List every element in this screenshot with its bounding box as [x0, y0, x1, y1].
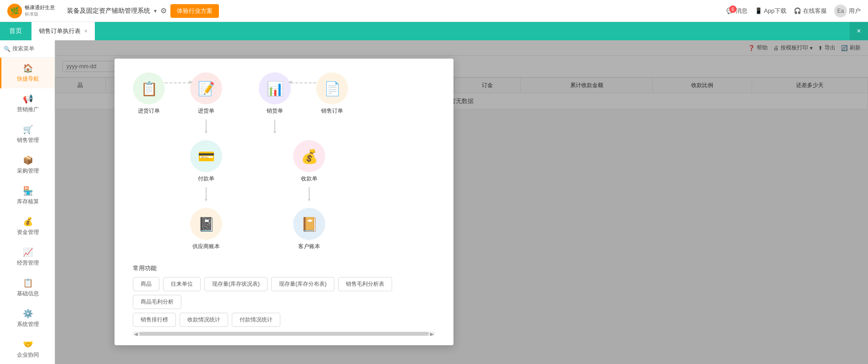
sidebar-item-basic[interactable]: 📋 基础信息 — [0, 272, 55, 303]
common-functions-title: 常用功能 — [133, 264, 435, 272]
sidebar-item-label: 销售管理 — [17, 136, 39, 144]
service-label: 在线客服 — [803, 7, 827, 15]
system-dropdown-btn[interactable]: ▾ — [154, 8, 157, 14]
sidebar-item-label: 采购管理 — [17, 167, 39, 175]
sidebar-item-label: 快捷导航 — [17, 75, 39, 83]
flow-node-purchase-slip[interactable]: 📝 进货单 ▼ — [190, 72, 222, 131]
scroll-right-arrow[interactable]: ▶ — [429, 331, 435, 337]
purchase-slip-icon: 📝 — [198, 81, 215, 97]
sidebar-item-label: 基础信息 — [17, 290, 39, 298]
sidebar-item-label: 经营管理 — [17, 259, 39, 267]
sidebar-item-sales[interactable]: 🛒 销售管理 — [0, 119, 55, 150]
purchase-slip-label: 进货单 — [198, 107, 214, 115]
sidebar-search-label: 搜索菜单 — [12, 45, 34, 53]
flow-node-payment[interactable]: 💳 付款单 ▼ — [190, 140, 222, 199]
sidebar-item-finance[interactable]: 💰 资金管理 — [0, 211, 55, 242]
flow-node-supplier-ledger[interactable]: 📓 供应商账本 — [190, 208, 222, 250]
app-download-btn[interactable]: 📱 App下载 — [755, 7, 786, 15]
supplier-ledger-icon: 📓 — [198, 216, 215, 232]
common-func-row-1: 商品 往来单位 现存量(库存状况表) 现存量(库存分布表) 销售毛利分析表 商品… — [133, 277, 435, 309]
scroll-thumb[interactable] — [139, 332, 429, 336]
tab-close-all-btn[interactable]: × — [850, 22, 868, 40]
arrow-v2: ▼ — [274, 120, 275, 131]
sidebar-item-inventory[interactable]: 🏪 库存核算 — [0, 180, 55, 211]
func-btn-goods[interactable]: 商品 — [133, 277, 159, 291]
finance-icon: 💰 — [23, 217, 33, 227]
payment-icon: 💳 — [198, 148, 215, 164]
popup-scrollbar[interactable]: ◀ ▶ — [133, 331, 435, 336]
sidebar-item-label: 营销推广 — [17, 106, 39, 114]
flow-node-customer-ledger[interactable]: 📔 客户账本 — [293, 208, 325, 250]
sale-order-icon-circle: 📄 — [316, 72, 348, 104]
purchase-icon: 📦 — [23, 155, 33, 165]
func-btn-payment-stats[interactable]: 付款情况统计 — [232, 313, 280, 327]
arrow-h2: ◀ — [291, 82, 316, 83]
sidebar-item-label: 系统管理 — [17, 321, 39, 328]
flow-node-receipt[interactable]: 💰 收款单 ▼ — [293, 140, 325, 199]
scroll-left-arrow[interactable]: ◀ — [133, 331, 139, 337]
purchase-slip-icon-circle: 📝 — [190, 72, 222, 104]
flow-node-sale-order[interactable]: 📄 销售订单 — [316, 72, 348, 115]
sale-slip-icon: 📊 — [267, 81, 284, 97]
logo-icon: 🌿 — [7, 4, 22, 18]
tab-active-label: 销售订单执行表 — [39, 27, 81, 35]
user-label: 用户 — [849, 7, 861, 15]
logo-text: 畅康通好生意 — [25, 4, 55, 11]
arrow-h1: ▶ — [165, 82, 190, 83]
sidebar-item-quick-nav[interactable]: 🏠 快捷导航 — [0, 58, 55, 88]
app-label: App下载 — [764, 7, 786, 15]
func-btn-stock-status[interactable]: 现存量(库存状况表) — [204, 277, 267, 291]
settings-gear-btn[interactable]: ⚙ — [160, 6, 167, 15]
func-btn-receipt-stats[interactable]: 收款情况统计 — [180, 313, 228, 327]
sidebar-item-purchase[interactable]: 📦 采购管理 — [0, 150, 55, 180]
func-btn-sales-rank[interactable]: 销售排行榜 — [133, 313, 176, 327]
header-center: 装备及固定资产辅助管理系统 ▾ ⚙ 体验行业方案 — [62, 4, 726, 18]
receipt-label: 收款单 — [301, 175, 317, 183]
sidebar-item-label: 库存核算 — [17, 198, 39, 206]
tab-home[interactable]: 首页 — [0, 22, 32, 40]
service-btn[interactable]: 🎧 在线客服 — [794, 7, 827, 15]
payment-icon-circle: 💳 — [190, 140, 222, 172]
arrow-v4: ▼ — [309, 187, 310, 199]
user-avatar[interactable]: Ea 用户 — [834, 5, 861, 17]
common-functions-section: 常用功能 商品 往来单位 现存量(库存状况表) 现存量(库存分布表) 销售毛利分… — [133, 264, 435, 327]
flow-node-sale-slip[interactable]: 📊 销货单 ▼ — [259, 72, 291, 131]
inventory-icon: 🏪 — [23, 186, 33, 196]
message-badge: 6 — [729, 5, 737, 13]
func-btn-sales-gross[interactable]: 销售毛利分析表 — [338, 277, 392, 291]
search-icon: 🔍 — [4, 46, 11, 52]
sidebar: 🔍 搜索菜单 🏠 快捷导航 📢 营销推广 🛒 销售管理 📦 采购管理 🏪 库存核… — [0, 40, 55, 364]
flow-node-purchase-order[interactable]: 📋 进货订单 — [133, 72, 165, 115]
supplier-ledger-label: 供应商账本 — [192, 243, 220, 250]
sidebar-item-system[interactable]: ⚙️ 系统管理 — [0, 303, 55, 334]
tab-close-btn[interactable]: × — [84, 28, 87, 34]
sale-order-icon: 📄 — [324, 81, 341, 97]
top-header: 🌿 畅康通好生意 标准版 装备及固定资产辅助管理系统 ▾ ⚙ 体验行业方案 💬 … — [0, 0, 868, 22]
trial-btn[interactable]: 体验行业方案 — [170, 4, 219, 18]
system-title: 装备及固定资产辅助管理系统 — [67, 7, 150, 15]
customer-ledger-label: 客户账本 — [298, 243, 320, 250]
common-func-row-2: 销售排行榜 收款情况统计 付款情况统计 — [133, 313, 435, 327]
message-label: 消息 — [736, 7, 748, 15]
system-icon: ⚙️ — [23, 309, 33, 319]
sidebar-search[interactable]: 🔍 搜索菜单 — [0, 40, 55, 58]
sale-slip-label: 销货单 — [267, 107, 283, 115]
arrow-right-icon: ▶ — [189, 79, 193, 84]
func-btn-partners[interactable]: 往来单位 — [163, 277, 201, 291]
flow-row3: 📓 供应商账本 📔 客户账本 — [133, 208, 435, 250]
customer-ledger-icon-circle: 📔 — [293, 208, 325, 240]
sidebar-item-label: 企业协同 — [17, 351, 39, 359]
purchase-order-label: 进货订单 — [138, 107, 160, 115]
sidebar-item-operation[interactable]: 📈 经营管理 — [0, 242, 55, 272]
sidebar-item-marketing[interactable]: 📢 营销推广 — [0, 88, 55, 119]
flow-row2: 💳 付款单 ▼ 💰 收款单 ▼ — [133, 140, 435, 199]
func-btn-stock-dist[interactable]: 现存量(库存分布表) — [271, 277, 334, 291]
sales-icon: 🛒 — [23, 125, 33, 135]
customer-ledger-icon: 📔 — [301, 216, 318, 232]
func-btn-goods-gross[interactable]: 商品毛利分析 — [133, 295, 181, 309]
app-icon: 📱 — [755, 7, 762, 14]
tab-active[interactable]: 销售订单执行表 × — [32, 22, 95, 40]
receipt-icon-circle: 💰 — [293, 140, 325, 172]
sidebar-item-enterprise[interactable]: 🤝 企业协同 — [0, 334, 55, 364]
message-btn[interactable]: 💬 6 消息 — [726, 7, 748, 15]
